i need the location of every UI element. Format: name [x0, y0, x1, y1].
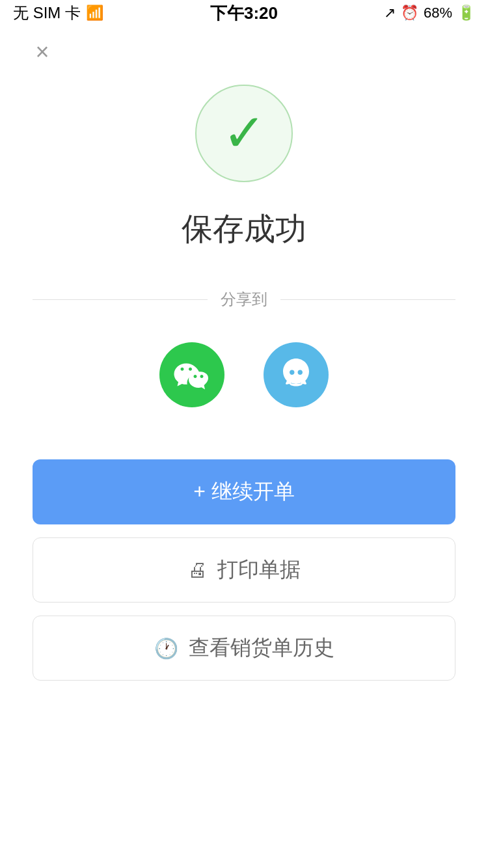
share-divider: 分享到 — [33, 289, 455, 310]
alarm-icon: ⏰ — [401, 5, 418, 21]
wechat-icon — [172, 355, 211, 394]
sim-status: 无 SIM 卡 — [13, 3, 81, 23]
history-label: 查看销货单历史 — [189, 634, 334, 662]
close-button[interactable]: × — [26, 36, 59, 68]
status-bar: 无 SIM 卡 📶 下午3:20 ↗ ⏰ 68% 🔋 — [0, 0, 488, 26]
history-button[interactable]: 🕐 查看销货单历史 — [33, 616, 455, 681]
qq-share-button[interactable] — [264, 342, 329, 407]
battery-level: 68% — [424, 5, 452, 21]
status-time: 下午3:20 — [210, 2, 278, 25]
print-label: 打印单据 — [217, 556, 301, 584]
print-icon: 🖨 — [187, 559, 207, 581]
close-icon: × — [35, 40, 49, 64]
divider-line-right — [280, 299, 455, 300]
status-left: 无 SIM 卡 📶 — [13, 3, 103, 23]
wifi-icon: 📶 — [86, 5, 103, 21]
location-icon: ↗ — [384, 5, 396, 21]
history-icon: 🕐 — [154, 637, 178, 660]
main-content: ✓ 保存成功 分享到 + 继续开单 🖨 打印单据 — [0, 26, 488, 681]
share-icons — [159, 342, 329, 407]
continue-label: + 继续开单 — [193, 478, 295, 506]
divider-line-left — [33, 299, 208, 300]
print-button[interactable]: 🖨 打印单据 — [33, 537, 455, 603]
success-title: 保存成功 — [182, 208, 306, 250]
qq-icon — [277, 355, 316, 394]
battery-icon: 🔋 — [457, 5, 475, 21]
action-buttons: + 继续开单 🖨 打印单据 🕐 查看销货单历史 — [33, 459, 455, 681]
success-circle: ✓ — [195, 85, 293, 182]
continue-button[interactable]: + 继续开单 — [33, 459, 455, 524]
wechat-share-button[interactable] — [159, 342, 224, 407]
share-label: 分享到 — [221, 289, 267, 310]
checkmark-icon: ✓ — [223, 107, 266, 159]
status-right: ↗ ⏰ 68% 🔋 — [384, 5, 475, 21]
